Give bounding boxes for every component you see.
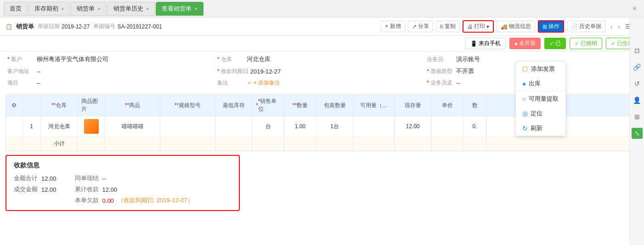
current-col-header: 现存量 [395,95,431,116]
dropdown-outbound[interactable]: ● 出库 [516,76,565,91]
tab-sales-history[interactable]: 销货单历史 × [107,2,155,16]
payment-cumulative: 累计收款 12.00 [75,185,193,194]
tab-close-inventory[interactable]: × [61,6,64,11]
operate-button[interactable]: ⊞ 操作 [538,20,564,33]
cumulative-label: 累计收款 [75,185,99,194]
sidebar-icon-5[interactable]: ⊞ [632,111,643,122]
sidebar-icon-2[interactable]: 🔗 [632,62,643,73]
toolbar-actions: + 新增 ↗ 分享 ⎘ 复制 🖨 打印 ▾ 🚚 物流信息 [381,20,638,33]
owed-suffix: （收款到期日: 2019-12-27） [118,196,193,205]
payment-col-right: 同单现结 -- 累计收款 12.00 本单欠款 0.00 （收款到期日: 201… [75,174,193,205]
unopened-button[interactable]: ● 未开票 [509,38,541,49]
phone-icon: 📱 [470,40,477,47]
new-button[interactable]: + 新增 [381,21,405,32]
same-order-label: 同单现结 [75,174,99,182]
row-settings[interactable] [6,116,23,137]
tab-close-sales[interactable]: × [97,6,100,11]
payment-deal: 成交金额 12.00 [14,185,56,194]
history-button[interactable]: 📄 历史单据 [567,21,605,32]
tab-view-sales[interactable]: 查看销货单 × [156,2,203,16]
deal-label: 成交金额 [14,185,38,194]
staff2-value: -- [456,80,460,86]
warehouse-field: 仓库 河北仓库 [217,55,427,63]
settings-col-header[interactable]: ⚙ [6,95,23,116]
row-img [78,116,105,137]
payment-title: 收款信息 [14,161,232,170]
dropdown-add-invoice[interactable]: ☐ 添加发票 [516,62,565,76]
outbound-icon: ● [522,80,526,87]
toolbar: 📋 销货单 单据日期 2019-12-27 单据编号 SA-20191227-0… [0,17,644,36]
customer-label: 客户 [7,56,35,63]
payment-col-left: 金额合计 12.00 成交金额 12.00 [14,174,56,205]
row-amt: 0. [463,116,486,137]
address-value: -- [37,68,41,75]
same-order-value: -- [102,175,107,182]
staff-value: 演示账号 [456,55,480,63]
circle-icon: ● [514,40,518,47]
minstock-col-header: 最低库存 [215,95,252,116]
dropdown-refresh[interactable]: ↻ 刷新 [516,121,565,136]
share-button[interactable]: ↗ 分享 [408,21,433,32]
print-button[interactable]: 🖨 打印 ▾ [463,20,494,33]
subtotal-label: 小计 [41,137,78,150]
add-note-button[interactable]: ＋ + 添加备注 [247,79,281,87]
row-minstock [215,116,252,137]
payment-owed: 本单欠款 0.00 （收款到期日: 2019-12-27） [75,196,193,205]
tab-home[interactable]: 首页 [4,2,28,16]
price-col-header: 单价 [431,95,463,116]
window-close-button[interactable]: × [629,5,640,13]
tab-close-view-sales[interactable]: × [194,6,197,11]
grid-icon: ⊞ [542,23,547,30]
status-row: 📱 来自手机 ● 未开票 ✓ 已 ✓ 已核销 ✓ 已生效 [0,36,644,51]
sidebar-icon-expand[interactable]: ⤡ [632,128,643,139]
note-label: 备注 [217,79,245,87]
payment-same-order: 同单现结 -- [75,174,193,182]
subtotal-no [23,137,41,150]
subtotal-price [431,137,463,150]
right-sidebar: ⊡ 🔗 ↺ 👤 ⊞ ⤡ [629,17,644,245]
sidebar-icon-3[interactable]: ↺ [632,78,643,89]
due-date-value: 2019-12-27 [250,68,281,75]
copy-button[interactable]: ⎘ 复制 [436,21,460,32]
tab-inventory[interactable]: 库存期初 × [28,2,70,16]
qty-col-header: *数量 [284,95,316,116]
copy-icon: ⎘ [440,23,443,30]
dropdown-available-qty[interactable]: ○ 可用量提取 [516,91,565,106]
row-current: 12.00 [395,116,431,137]
phone-button[interactable]: 📱 来自手机 [465,38,506,49]
logistics-button[interactable]: 🚚 物流信息 [497,21,535,32]
locate-icon: ◎ [522,110,528,117]
owed-value: 0.00 [102,197,114,204]
date-value: 2019-12-27 [62,23,90,30]
staff2-label: 业务员孟 [427,79,454,87]
row-pack: 1台 [316,116,353,137]
check-button[interactable]: ✓ 已 [544,38,566,49]
row-warehouse: 河北仓库 [41,116,78,137]
check2-icon: ✓ [575,40,579,47]
nav-arrows: ‹ › [608,22,622,31]
sidebar-icon-4[interactable]: 👤 [632,95,643,106]
warehouse-label: 仓库 [217,56,245,63]
row-avail [353,116,395,137]
history-icon: 📄 [571,23,578,30]
subtotal-settings [6,137,23,150]
dropdown-locate[interactable]: ◎ 定位 [516,106,565,121]
number-value: SA-20191227-001 [117,23,162,30]
img-col-header: 商品图片 [78,95,105,116]
row-product: 嘻嘻嘻嘻 [105,116,160,137]
product-col-header: *商品 [105,95,160,116]
subtotal-product [105,137,160,150]
table-subtotal-row: 小计 [6,137,638,151]
sidebar-icon-1[interactable]: ⊡ [632,45,643,56]
project-value: -- [37,80,41,86]
tab-bar: 首页 库存期初 × 销货单 × 销货单历史 × 查看销货单 × × [0,0,644,17]
next-button[interactable]: › [616,22,622,31]
doc-date-field: 单据日期 2019-12-27 [38,23,90,30]
check3-icon: ✓ [611,40,616,47]
cancelled-button[interactable]: ✓ 已核销 [570,38,602,49]
tab-sales[interactable]: 销货单 × [71,2,106,16]
tab-close-sales-history[interactable]: × [146,6,149,11]
doc-icon: 📋 [6,23,12,30]
date-label: 单据日期 [38,23,60,30]
prev-button[interactable]: ‹ [608,22,615,31]
